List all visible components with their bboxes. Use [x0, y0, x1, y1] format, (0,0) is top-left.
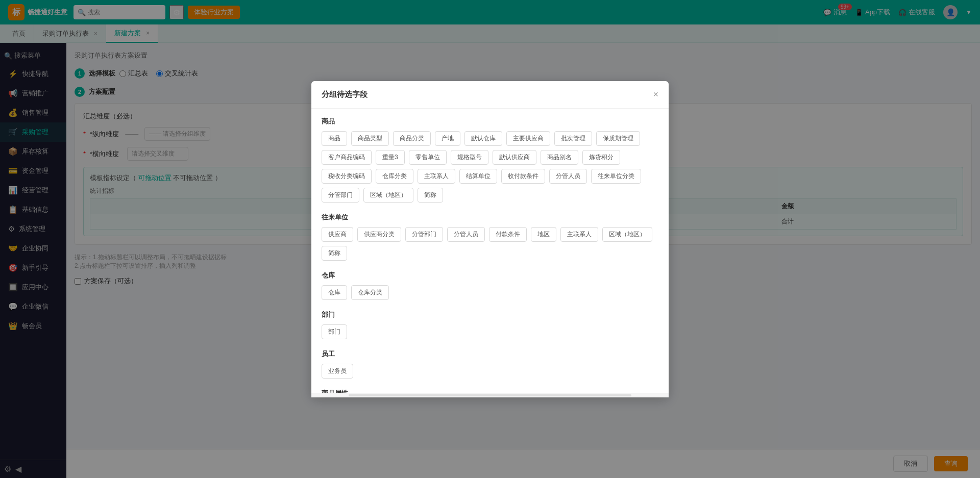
section-title-partner: 往来单位: [322, 213, 658, 222]
field-tag-retail-unit[interactable]: 零售单位: [409, 150, 447, 165]
field-tag-warehouse-cat[interactable]: 仓库分类: [376, 169, 413, 184]
field-tag-product-alias[interactable]: 商品别名: [541, 150, 578, 165]
field-section-product: 商品 商品 商品类型 商品分类 产地 默认仓库 主要供应商 批次管理 保质期管理…: [322, 117, 658, 203]
field-section-employee: 员工 业务员: [322, 349, 658, 379]
section-title-warehouse: 仓库: [322, 271, 658, 280]
employee-field-tags: 业务员: [322, 364, 658, 379]
field-tag-batch-mgmt[interactable]: 批次管理: [554, 131, 592, 146]
field-tag-origin[interactable]: 产地: [435, 131, 460, 146]
modal-title: 分组待选字段: [322, 90, 368, 99]
field-section-warehouse: 仓库 仓库 仓库分类: [322, 271, 658, 300]
product-field-tags: 商品 商品类型 商品分类 产地 默认仓库 主要供应商 批次管理 保质期管理 客户…: [322, 131, 658, 203]
field-tag-partner-manager[interactable]: 分管人员: [447, 227, 485, 242]
field-tag-dept[interactable]: 分管部门: [322, 188, 359, 203]
field-tag-shelf-life[interactable]: 保质期管理: [596, 131, 640, 146]
field-tag-tax-code[interactable]: 税收分类编码: [322, 169, 372, 184]
field-tag-warehouse[interactable]: 仓库: [322, 285, 347, 300]
warehouse-field-tags: 仓库 仓库分类: [322, 285, 658, 300]
field-tag-product-category[interactable]: 商品分类: [393, 131, 431, 146]
field-tag-warehouse-category[interactable]: 仓库分类: [351, 285, 389, 300]
field-tag-abbr2[interactable]: 简称: [322, 246, 347, 261]
field-tag-points[interactable]: 炼货积分: [582, 150, 620, 165]
field-tag-payment-terms[interactable]: 收付款条件: [501, 169, 545, 184]
field-tag-product[interactable]: 商品: [322, 131, 347, 146]
field-tag-spec-model[interactable]: 规格型号: [451, 150, 488, 165]
field-tag-area[interactable]: 地区: [531, 227, 556, 242]
modal-dialog: 分组待选字段 × 商品 商品 商品类型 商品分类 产地 默认仓库 主要供应商 批…: [311, 81, 669, 397]
field-tag-default-warehouse[interactable]: 默认仓库: [464, 131, 502, 146]
section-title-product-attr: 商品属性: [322, 389, 658, 393]
field-tag-main-contact[interactable]: 主联系人: [418, 169, 455, 184]
hscroll-thumb: [349, 394, 631, 396]
section-title-department: 部门: [322, 310, 658, 319]
field-tag-product-type[interactable]: 商品类型: [351, 131, 389, 146]
modal-close-btn[interactable]: ×: [653, 89, 658, 100]
section-title-employee: 员工: [322, 349, 658, 359]
field-tag-supplier[interactable]: 供应商: [322, 227, 353, 242]
modal-overlay: 分组待选字段 × 商品 商品 商品类型 商品分类 产地 默认仓库 主要供应商 批…: [0, 0, 980, 478]
field-section-department: 部门 部门: [322, 310, 658, 339]
field-tag-settlement-unit[interactable]: 结算单位: [459, 169, 497, 184]
field-tag-weight3[interactable]: 重量3: [376, 150, 405, 165]
field-tag-default-supplier[interactable]: 默认供应商: [493, 150, 536, 165]
field-tag-main-contact2[interactable]: 主联系人: [560, 227, 598, 242]
field-tag-partner-dept[interactable]: 分管部门: [405, 227, 443, 242]
dept-field-tags: 部门: [322, 324, 658, 339]
section-title-product: 商品: [322, 117, 658, 126]
modal-header: 分组待选字段 ×: [311, 81, 669, 109]
field-tag-region[interactable]: 区域（地区）: [363, 188, 413, 203]
field-section-product-attr: 商品属性 属性 颜色 多规格 尺码 鞋码 1: [322, 389, 658, 393]
field-tag-payment-cond[interactable]: 付款条件: [489, 227, 527, 242]
field-section-partner: 往来单位 供应商 供应商分类 分管部门 分管人员 付款条件 地区 主联系人 区域…: [322, 213, 658, 261]
field-tag-supplier-cat[interactable]: 供应商分类: [357, 227, 401, 242]
field-tag-department[interactable]: 部门: [322, 324, 347, 339]
field-tag-region2[interactable]: 区域（地区）: [602, 227, 652, 242]
field-tag-partner-cat[interactable]: 往来单位分类: [591, 169, 641, 184]
field-tag-main-supplier[interactable]: 主要供应商: [506, 131, 550, 146]
field-tag-customer-code[interactable]: 客户商品编码: [322, 150, 372, 165]
field-tag-manager[interactable]: 分管人员: [549, 169, 587, 184]
field-tag-abbr[interactable]: 简称: [418, 188, 443, 203]
modal-hscrollbar[interactable]: [311, 393, 669, 397]
modal-body: 商品 商品 商品类型 商品分类 产地 默认仓库 主要供应商 批次管理 保质期管理…: [311, 109, 669, 393]
field-tag-salesman[interactable]: 业务员: [322, 364, 353, 379]
partner-field-tags: 供应商 供应商分类 分管部门 分管人员 付款条件 地区 主联系人 区域（地区） …: [322, 227, 658, 261]
